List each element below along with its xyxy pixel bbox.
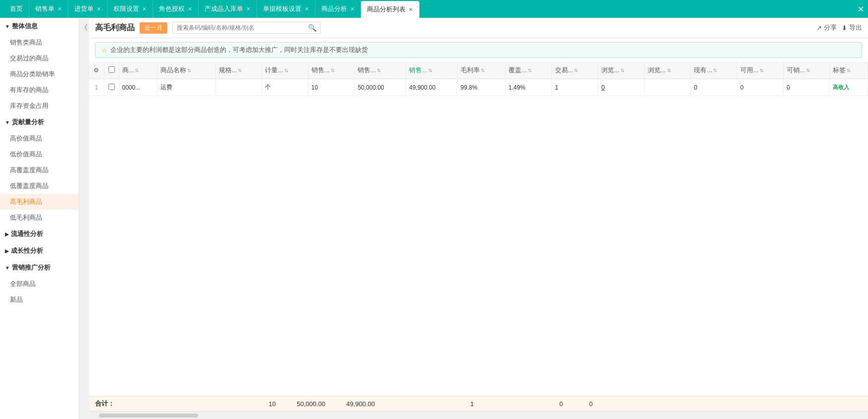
table-wrapper[interactable]: ⚙ 商...⇅ 商品名称⇅ 规格...⇅ [89, 62, 868, 419]
browse2-column-header[interactable]: 浏览...⇅ [644, 62, 691, 79]
stock1-column-header[interactable]: 现有...⇅ [691, 62, 737, 79]
stock2-column-header[interactable]: 可用...⇅ [737, 62, 784, 79]
close-tab-sales[interactable]: ✕ [57, 6, 62, 12]
sort-name-icon: ⇅ [187, 68, 191, 73]
close-tab-purchase[interactable]: ✕ [97, 6, 101, 12]
select-all-checkbox[interactable] [108, 66, 115, 73]
arrow-icon-3: ▶ [5, 232, 9, 237]
tab-home[interactable]: 首页 [4, 0, 29, 18]
sidebar-item-traded-goods[interactable]: 交易过的商品 [0, 50, 79, 66]
sidebar-item-category-sales[interactable]: 商品分类助销率 [0, 66, 79, 82]
footer-stock2: 0 [566, 400, 596, 408]
sidebar-collapse-button[interactable]: 《 [79, 18, 89, 38]
sidebar-item-high-coverage[interactable]: 高覆盖度商品 [0, 162, 79, 178]
stock3-column-header[interactable]: 可销...⇅ [783, 62, 830, 79]
tab-sales-order[interactable]: 销售单 ✕ [29, 0, 68, 18]
content-header: 高毛利商品 近一月 🔍 ↗ 分享 ⬇ 导出 [89, 18, 868, 38]
sort-coverage-icon: ⇅ [528, 68, 532, 73]
search-input[interactable] [177, 24, 308, 31]
content-area: 高毛利商品 近一月 🔍 ↗ 分享 ⬇ 导出 ☆ 企业的主要的利润都是这部分商品创… [89, 18, 868, 419]
sales3-column-header[interactable]: 销售...⇅ [406, 62, 458, 79]
row-margin: 99.8% [458, 79, 506, 96]
sidebar-section-overall[interactable]: ▼ 整体信息 [0, 18, 79, 35]
spec-column-header[interactable]: 规格...⇅ [215, 62, 262, 79]
info-text: 企业的主要的利润都是这部分商品创造的，可考虑加大推广，同时关注库存是不要出现缺货 [110, 46, 368, 54]
tab-finished-goods[interactable]: 产成品入库单 ✕ [199, 0, 257, 18]
coverage-column-header[interactable]: 覆盖...⇅ [506, 62, 552, 79]
checkbox-column-header[interactable] [104, 62, 119, 79]
row-checkbox-cell[interactable] [104, 79, 119, 96]
sidebar-section-growth[interactable]: ▶ 成长性分析 [0, 242, 79, 259]
close-tab-goods-analysis[interactable]: ✕ [350, 6, 355, 12]
data-table: ⚙ 商...⇅ 商品名称⇅ 规格...⇅ [89, 62, 868, 96]
row-stock2: 0 [737, 79, 784, 96]
sales2-column-header[interactable]: 销售...⇅ [355, 62, 406, 79]
sidebar-item-low-margin[interactable]: 低毛利商品 [0, 210, 79, 226]
horizontal-scrollbar[interactable] [89, 411, 868, 419]
sidebar-item-high-value[interactable]: 高价值商品 [0, 131, 79, 146]
footer-sales3: 49,900.00 [328, 400, 378, 408]
tab-roles[interactable]: 角色授权 ✕ [153, 0, 199, 18]
sidebar-item-sales-goods[interactable]: 销售类商品 [0, 35, 79, 50]
sidebar-section-liquidity[interactable]: ▶ 流通性分析 [0, 226, 79, 242]
tag-column-header[interactable]: 标签⇅ [830, 62, 868, 79]
search-icon[interactable]: 🔍 [308, 24, 316, 32]
sort-sales3-icon: ⇅ [428, 68, 432, 73]
sidebar-item-new-goods[interactable]: 新品 [0, 292, 79, 308]
sidebar-section-marketing[interactable]: ▼ 营销推广分析 [0, 259, 79, 276]
tab-purchase[interactable]: 进货单 ✕ [68, 0, 107, 18]
sidebar-item-low-value[interactable]: 低价值商品 [0, 146, 79, 162]
row-stock1: 0 [691, 79, 737, 96]
sidebar-section-contribution[interactable]: ▼ 贡献量分析 [0, 114, 79, 131]
row-code: 0000... [119, 79, 157, 96]
tab-goods-analysis-list[interactable]: 商品分析列表 ✕ [361, 1, 419, 18]
sidebar-item-high-margin[interactable]: 高毛利商品 [0, 194, 79, 210]
sort-stock2-icon: ⇅ [760, 68, 764, 73]
name-column-header[interactable]: 商品名称⇅ [157, 62, 215, 79]
code-column-header[interactable]: 商...⇅ [119, 62, 157, 79]
footer-trade: 1 [447, 400, 477, 408]
margin-column-header[interactable]: 毛利率⇅ [458, 62, 506, 79]
unit-column-header[interactable]: 计量...⇅ [262, 62, 308, 79]
share-icon: ↗ [817, 24, 822, 32]
row-trade: 1 [552, 79, 598, 96]
close-tab-template[interactable]: ✕ [305, 6, 309, 12]
close-tab-permissions[interactable]: ✕ [142, 6, 147, 12]
time-filter-button[interactable]: 近一月 [140, 22, 167, 34]
sidebar-item-low-coverage[interactable]: 低覆盖度商品 [0, 178, 79, 194]
footer-values: 10 50,000.00 49,900.00 1 0 0 [120, 400, 862, 408]
sidebar-item-stocked-goods[interactable]: 有库存的商品 [0, 82, 79, 98]
sort-sales1-icon: ⇅ [331, 68, 335, 73]
sort-browse2-icon: ⇅ [667, 68, 671, 73]
tab-template[interactable]: 单据模板设置 ✕ [257, 0, 315, 18]
close-tab-roles[interactable]: ✕ [188, 6, 192, 12]
main-layout: ▼ 整体信息 销售类商品 交易过的商品 商品分类助销率 有库存的商品 库存资金占… [0, 18, 868, 419]
close-all-tabs[interactable]: ✕ [858, 4, 864, 14]
trade-column-header[interactable]: 交易...⇅ [552, 62, 598, 79]
info-icon: ☆ [102, 47, 107, 54]
sort-code-icon: ⇅ [135, 68, 139, 73]
row-spec [215, 79, 262, 96]
tab-permissions[interactable]: 权限设置 ✕ [107, 0, 153, 18]
sidebar-item-stock-capital[interactable]: 库存资金占用 [0, 98, 79, 114]
footer-label: 合计： [95, 399, 114, 408]
settings-column-header[interactable]: ⚙ [89, 62, 104, 79]
close-tab-finished-goods[interactable]: ✕ [246, 6, 251, 12]
row-checkbox[interactable] [108, 84, 115, 90]
sort-unit-icon: ⇅ [284, 68, 288, 73]
scrollbar-thumb[interactable] [99, 414, 198, 418]
row-browse1[interactable]: 0 [598, 79, 645, 96]
browse1-column-header[interactable]: 浏览...⇅ [598, 62, 645, 79]
sort-stock3-icon: ⇅ [806, 68, 810, 73]
sales1-column-header[interactable]: 销售...⇅ [308, 62, 355, 79]
row-sales2: 50,000.00 [355, 79, 406, 96]
sort-spec-icon: ⇅ [238, 68, 242, 73]
row-unit: 个 [262, 79, 308, 96]
sidebar-item-all-goods[interactable]: 全部商品 [0, 276, 79, 292]
close-tab-goods-analysis-list[interactable]: ✕ [408, 6, 413, 13]
export-button[interactable]: ⬇ 导出 [842, 23, 862, 32]
arrow-icon: ▼ [5, 24, 10, 29]
share-button[interactable]: ↗ 分享 [817, 23, 837, 32]
tab-goods-analysis[interactable]: 商品分析 ✕ [315, 0, 361, 18]
row-num: 1 [89, 79, 104, 96]
